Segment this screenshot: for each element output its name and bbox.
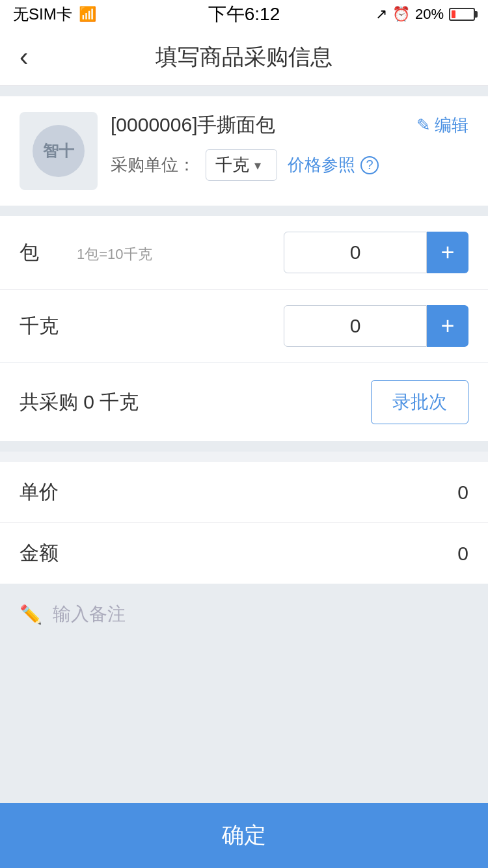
battery-percent: 20% <box>415 6 444 23</box>
price-ref-label: 价格参照 <box>288 154 355 176</box>
input-row-bao: 包 1包=10千克 0 + <box>0 216 488 290</box>
input-row-kg: 千克 0 + <box>0 290 488 362</box>
unit-select[interactable]: 千克 ▾ <box>206 149 277 181</box>
battery-icon <box>449 8 475 21</box>
notes-section[interactable]: ✏️ 输入备注 <box>0 584 488 645</box>
separator-top <box>0 86 488 96</box>
product-header: [0000006]手撕面包 ✎ 编辑 <box>111 112 468 139</box>
price-section: 单价 0 金额 0 <box>0 462 488 584</box>
dropdown-arrow-icon: ▾ <box>254 157 261 173</box>
unit-label: 采购单位： <box>111 154 195 176</box>
product-unit-row: 采购单位： 千克 ▾ 价格参照 ? <box>111 149 468 181</box>
nav-bar: ‹ 填写商品采购信息 <box>0 29 488 86</box>
price-row-total: 金额 0 <box>0 523 488 584</box>
bao-label: 包 <box>20 239 72 266</box>
price-ref-button[interactable]: 价格参照 ? <box>288 154 379 176</box>
status-time: 下午6:12 <box>208 2 280 27</box>
bao-label-group: 包 1包=10千克 <box>20 239 152 266</box>
product-card: 智十 [0000006]手撕面包 ✎ 编辑 采购单位： 千克 ▾ 价格参照 ? <box>0 96 488 206</box>
logo-text: 智十 <box>43 141 74 161</box>
location-icon: ↗ <box>375 6 387 23</box>
summary-label: 共采购 0 千克 <box>20 389 139 416</box>
kg-input[interactable]: 0 <box>284 305 427 347</box>
edit-button[interactable]: ✎ 编辑 <box>416 114 468 137</box>
wifi-icon: 📶 <box>79 6 96 23</box>
alarm-icon: ⏰ <box>392 6 410 23</box>
total-amount-value: 0 <box>457 543 468 565</box>
price-row-unit: 单价 0 <box>0 462 488 523</box>
info-icon: ? <box>360 156 379 174</box>
total-amount-label: 金额 <box>20 540 59 567</box>
kg-input-wrapper: 0 + <box>163 305 468 347</box>
status-right: ↗ ⏰ 20% <box>375 6 475 23</box>
product-name: [0000006]手撕面包 <box>111 112 275 139</box>
summary-section: 共采购 0 千克 录批次 <box>0 362 488 441</box>
bao-sublabel: 1包=10千克 <box>77 245 152 264</box>
input-section: 包 1包=10千克 0 + 千克 0 + <box>0 216 488 362</box>
unit-price-value: 0 <box>457 481 468 504</box>
confirm-footer[interactable]: 确定 <box>0 803 488 868</box>
record-batch-button[interactable]: 录批次 <box>371 380 468 424</box>
confirm-button[interactable]: 确定 <box>222 821 266 850</box>
bao-input-wrapper: 0 + <box>165 232 468 273</box>
summary-row: 共采购 0 千克 录批次 <box>0 363 488 441</box>
carrier-text: 无SIM卡 <box>13 4 72 25</box>
separator-mid2 <box>0 441 488 452</box>
pencil-icon: ✏️ <box>20 604 42 625</box>
status-left: 无SIM卡 📶 <box>13 4 96 25</box>
back-button[interactable]: ‹ <box>20 36 34 78</box>
kg-plus-button[interactable]: + <box>427 305 468 347</box>
separator-mid1 <box>0 206 488 216</box>
unit-value: 千克 <box>215 154 249 176</box>
status-bar: 无SIM卡 📶 下午6:12 ↗ ⏰ 20% <box>0 0 488 29</box>
bao-input[interactable]: 0 <box>284 232 427 273</box>
notes-placeholder: 输入备注 <box>53 602 126 627</box>
product-image: 智十 <box>20 112 98 190</box>
bao-plus-button[interactable]: + <box>427 232 468 273</box>
edit-icon: ✎ <box>416 115 431 135</box>
product-info: [0000006]手撕面包 ✎ 编辑 采购单位： 千克 ▾ 价格参照 ? <box>111 112 468 181</box>
kg-label-group: 千克 <box>20 313 150 340</box>
product-logo: 智十 <box>33 125 85 177</box>
kg-label: 千克 <box>20 313 72 340</box>
page-title: 填写商品采购信息 <box>156 42 332 72</box>
unit-price-label: 单价 <box>20 479 59 506</box>
